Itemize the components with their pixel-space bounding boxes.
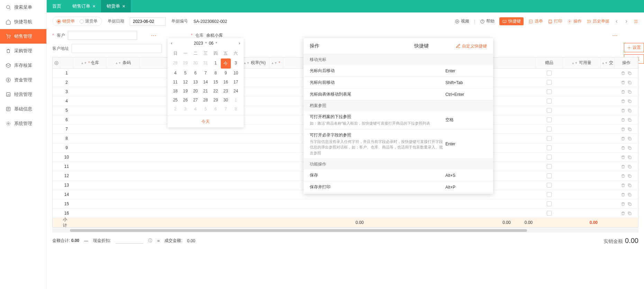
gift-checkbox[interactable] — [547, 127, 552, 132]
delete-icon[interactable] — [621, 71, 625, 75]
sidebar-item-search[interactable]: 搜索菜单 — [0, 0, 46, 15]
sidebar-item-gear[interactable]: 系统管理 — [0, 116, 46, 131]
more-dots-icon[interactable]: ⋯ — [151, 32, 156, 39]
delete-icon[interactable] — [621, 127, 625, 132]
toolbar-next[interactable] — [624, 19, 629, 24]
cal-day[interactable]: 8 — [231, 105, 241, 114]
copy-icon[interactable] — [627, 90, 632, 94]
cal-day[interactable]: 20 — [190, 87, 200, 96]
tab[interactable]: 首页 — [47, 0, 67, 12]
sidebar-item-report[interactable]: 经营管理 — [0, 87, 46, 102]
gift-checkbox[interactable] — [547, 117, 552, 122]
col-deliver[interactable]: ▲▼交 — [601, 57, 615, 68]
delete-icon[interactable] — [621, 174, 625, 178]
delete-icon[interactable] — [621, 192, 625, 197]
tab[interactable]: 销售订单✕ — [67, 0, 101, 12]
cal-day[interactable]: 4 — [170, 69, 180, 78]
cal-day[interactable]: 11 — [170, 78, 180, 87]
cal-year[interactable]: 2023 — [194, 41, 203, 46]
gift-checkbox[interactable] — [547, 183, 552, 188]
copy-icon[interactable] — [627, 174, 632, 178]
cal-day[interactable]: 30 — [221, 96, 231, 105]
cal-day[interactable]: 21 — [200, 87, 210, 96]
more-dots-icon-2[interactable]: ⋯ — [612, 32, 618, 39]
delete-icon[interactable] — [621, 118, 625, 122]
cal-day[interactable]: 23 — [221, 87, 231, 96]
toolbar-operate[interactable]: 操作 — [567, 18, 582, 24]
gift-checkbox[interactable] — [547, 164, 552, 169]
cal-day[interactable]: 10 — [231, 69, 241, 78]
copy-icon[interactable] — [627, 164, 632, 169]
toolbar-shortcuts[interactable]: 快捷键 — [499, 17, 524, 25]
copy-icon[interactable] — [627, 80, 632, 85]
discount-input[interactable] — [116, 238, 143, 244]
custom-shortcut-button[interactable]: 自定义快捷键 — [456, 43, 487, 49]
cal-day[interactable]: 16 — [221, 78, 231, 87]
delete-icon[interactable] — [621, 164, 625, 169]
date-picker[interactable] — [130, 17, 166, 26]
toolbar-prev[interactable] — [614, 19, 619, 24]
cal-day[interactable]: 17 — [231, 78, 241, 87]
copy-icon[interactable] — [627, 146, 632, 150]
date-input[interactable] — [133, 19, 161, 24]
cal-day[interactable]: 5 — [200, 105, 210, 114]
cal-day[interactable]: 19 — [180, 87, 190, 96]
gift-checkbox[interactable] — [547, 201, 552, 206]
cal-day[interactable]: 8 — [211, 69, 221, 78]
cal-day[interactable]: 4 — [190, 105, 200, 114]
cal-day[interactable]: 5 — [180, 69, 190, 78]
col-available[interactable]: ▲▼可用量 — [563, 57, 601, 68]
delete-icon[interactable] — [621, 183, 625, 188]
cal-day[interactable]: 1 — [231, 96, 241, 105]
cal-day[interactable]: 1 — [211, 58, 221, 69]
copy-icon[interactable] — [627, 155, 632, 160]
delete-icon[interactable] — [621, 202, 625, 206]
col-tax[interactable]: ▲▼税率(%) — [240, 57, 269, 68]
help-circle-icon[interactable]: ⓘ — [148, 238, 152, 244]
cal-day[interactable]: 7 — [221, 105, 231, 114]
cal-day[interactable]: 31 — [200, 58, 210, 69]
cal-next-icon[interactable]: › — [239, 41, 240, 46]
cal-day[interactable]: 29 — [180, 58, 190, 69]
customer-input[interactable] — [68, 31, 137, 40]
copy-icon[interactable] — [627, 108, 632, 113]
copy-icon[interactable] — [627, 118, 632, 122]
table-row[interactable]: 15 — [53, 199, 638, 209]
copy-icon[interactable] — [627, 71, 632, 75]
col-barcode[interactable]: ▲▼条码 — [107, 57, 140, 68]
delete-icon[interactable] — [621, 99, 625, 103]
copy-icon[interactable] — [627, 211, 632, 216]
gift-checkbox[interactable] — [547, 99, 552, 103]
horizontal-scrollbar[interactable] — [52, 228, 638, 233]
col-gear[interactable] — [53, 57, 60, 68]
col-warehouse[interactable]: ▲▼*仓库 — [73, 57, 107, 68]
copy-icon[interactable] — [627, 183, 632, 188]
cal-month[interactable]: 06 — [209, 41, 214, 46]
settings-button[interactable]: 设置 — [624, 43, 644, 52]
col-gift[interactable]: 赠品 — [536, 57, 563, 68]
gift-checkbox[interactable] — [547, 108, 552, 113]
cal-day[interactable]: 6 — [190, 69, 200, 78]
delete-icon[interactable] — [621, 90, 625, 94]
cal-day[interactable]: 3 — [180, 105, 190, 114]
delete-icon[interactable] — [621, 211, 625, 216]
toolbar-help[interactable]: 帮助 — [480, 18, 495, 24]
cal-prev-icon[interactable]: ‹ — [171, 41, 172, 46]
cal-day[interactable]: 26 — [180, 96, 190, 105]
cal-day[interactable]: 27 — [190, 96, 200, 105]
cal-day[interactable]: 7 — [200, 69, 210, 78]
cal-day[interactable]: 22 — [211, 87, 221, 96]
gift-checkbox[interactable] — [547, 80, 552, 85]
cal-day[interactable]: 15 — [211, 78, 221, 87]
toolbar-history[interactable]: 历史单据 — [587, 18, 609, 24]
gift-checkbox[interactable] — [547, 89, 552, 94]
copy-icon[interactable] — [627, 136, 632, 141]
delete-icon[interactable] — [621, 146, 625, 150]
toolbar-menu-icon[interactable] — [634, 19, 638, 24]
copy-icon[interactable] — [627, 202, 632, 206]
toolbar-print[interactable]: 打印 — [548, 18, 562, 24]
gift-checkbox[interactable] — [547, 211, 552, 216]
sidebar-item-bag[interactable]: 采购管理 — [0, 44, 46, 58]
gift-checkbox[interactable] — [547, 192, 552, 197]
warehouse-value[interactable]: 余杭小库 — [206, 33, 223, 38]
